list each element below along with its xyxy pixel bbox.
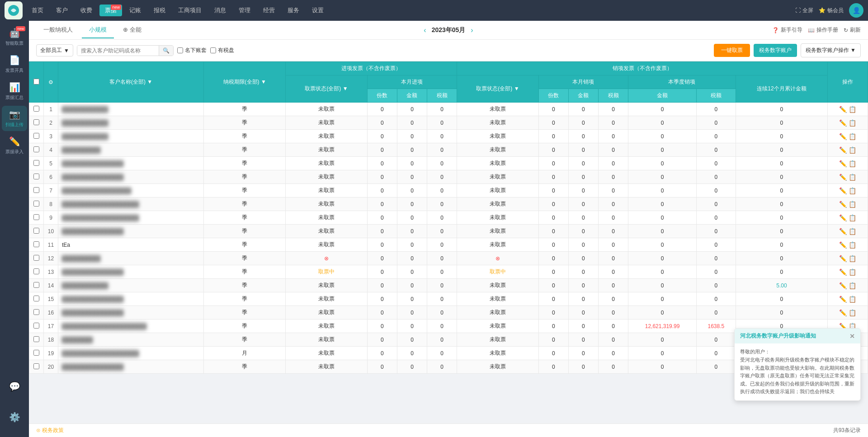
copy-icon[interactable]: 📋 [849, 133, 856, 140]
nav-client[interactable]: 客户 [51, 5, 73, 16]
row-checkbox[interactable] [29, 170, 44, 184]
sidebar-item-scan-upload[interactable]: 📷 扫描上传 [2, 106, 27, 131]
edit-icon[interactable]: ✏️ [839, 296, 847, 303]
member-button[interactable]: ⭐ 畅会员 [819, 7, 844, 14]
copy-icon[interactable]: 📋 [849, 309, 856, 316]
nav-bookkeeping[interactable]: 记账 [124, 5, 146, 16]
nav-operation[interactable]: 经营 [258, 5, 280, 16]
row-checkbox[interactable] [29, 184, 44, 197]
tax-digital-account-op-button[interactable]: 税务数字账户操作 ▼ [801, 43, 861, 57]
new-guide-button[interactable]: ❓ 新手引导 [772, 26, 802, 34]
date-next-button[interactable]: › [471, 26, 473, 34]
under-account-checkbox[interactable]: 名下账套 [177, 47, 207, 54]
edit-icon[interactable]: ✏️ [839, 106, 847, 113]
tab-small-scale[interactable]: 小规模 [82, 22, 114, 38]
nav-business[interactable]: 工商项目 [173, 5, 207, 16]
edit-icon[interactable]: ✏️ [839, 119, 847, 127]
sidebar-item-smart-ticket[interactable]: 🤖 智能取票 new [2, 24, 27, 50]
row-num: 7 [44, 184, 58, 197]
quarter-tax-cell: 0 [697, 306, 736, 320]
date-prev-button[interactable]: ‹ [424, 26, 426, 34]
copy-icon[interactable]: 📋 [849, 228, 856, 235]
copy-icon[interactable]: 📋 [849, 241, 856, 249]
edit-icon[interactable]: ✏️ [839, 268, 847, 276]
row-checkbox[interactable] [29, 103, 44, 116]
edit-icon[interactable]: ✏️ [839, 201, 847, 208]
edit-icon[interactable]: ✏️ [839, 282, 847, 289]
sidebar-item-message[interactable]: 💬 [2, 374, 27, 399]
fullscreen-button[interactable]: ⛶ 全屏 [795, 7, 813, 14]
copy-icon[interactable]: 📋 [849, 106, 856, 113]
edit-icon[interactable]: ✏️ [839, 174, 847, 181]
copy-icon[interactable]: 📋 [849, 119, 856, 127]
row-num: 2 [44, 116, 58, 130]
row-checkbox[interactable] [29, 225, 44, 238]
row-checkbox[interactable] [29, 197, 44, 211]
row-checkbox[interactable] [29, 306, 44, 320]
copy-icon[interactable]: 📋 [849, 187, 856, 194]
copy-icon[interactable]: 📋 [849, 160, 856, 167]
user-avatar[interactable]: 👤 [849, 3, 863, 18]
copy-icon[interactable]: 📋 [849, 296, 856, 303]
copy-icon[interactable]: 📋 [849, 255, 856, 262]
row-checkbox[interactable] [29, 211, 44, 225]
in-tax-cell: 0 [427, 143, 457, 157]
nav-tax[interactable]: 报税 [148, 5, 171, 16]
notification-close-button[interactable]: ✕ [849, 333, 855, 340]
refresh-button[interactable]: ↻ 刷新 [844, 26, 861, 34]
row-checkbox[interactable] [29, 143, 44, 157]
one-key-ticket-button[interactable]: 一键取票 [714, 44, 750, 57]
edit-icon[interactable]: ✏️ [839, 309, 847, 316]
tab-general-taxpayer[interactable]: 一般纳税人 [36, 22, 80, 38]
has-tax-disk-checkbox[interactable]: 有税盘 [210, 47, 234, 54]
search-button[interactable]: 🔍 [159, 46, 173, 56]
tax-digital-account-button[interactable]: 税务数字账户 [754, 44, 797, 57]
row-checkbox[interactable] [29, 116, 44, 130]
row-checkbox[interactable] [29, 292, 44, 306]
client-name-cell: ████████████████ [58, 292, 204, 306]
nav-home[interactable]: 首页 [26, 5, 49, 16]
manual-button[interactable]: 📖 操作手册 [808, 26, 838, 34]
tax-policy-link[interactable]: ⊙ 税务政策 [36, 427, 64, 434]
nav-ticket[interactable]: 票据 new [99, 5, 122, 16]
copy-icon[interactable]: 📋 [849, 146, 856, 154]
row-checkbox[interactable] [29, 360, 44, 374]
select-all-checkbox[interactable] [33, 79, 39, 85]
copy-icon[interactable]: 📋 [849, 282, 856, 289]
edit-icon[interactable]: ✏️ [839, 146, 847, 154]
edit-icon[interactable]: ✏️ [839, 228, 847, 235]
row-checkbox[interactable] [29, 130, 44, 143]
row-checkbox[interactable] [29, 347, 44, 360]
nav-settings[interactable]: 设置 [307, 5, 329, 16]
sidebar-item-invoice-open[interactable]: 📄 发票开具 [2, 52, 27, 77]
edit-icon[interactable]: ✏️ [839, 214, 847, 221]
row-checkbox[interactable] [29, 238, 44, 252]
copy-icon[interactable]: 📋 [849, 268, 856, 276]
employee-select[interactable]: 全部员工 ▼ [36, 44, 73, 56]
sidebar-item-ticket-summary[interactable]: 📊 票据汇总 [2, 79, 27, 104]
nav-service[interactable]: 服务 [282, 5, 305, 16]
copy-icon[interactable]: 📋 [849, 214, 856, 221]
copy-icon[interactable]: 📋 [849, 174, 856, 181]
edit-icon[interactable]: ✏️ [839, 187, 847, 194]
sidebar-item-config[interactable]: ⚙️ [2, 404, 27, 430]
out-status-cell: ⊗ [457, 252, 539, 265]
row-checkbox[interactable] [29, 157, 44, 170]
row-checkbox[interactable] [29, 265, 44, 279]
edit-icon[interactable]: ✏️ [839, 160, 847, 167]
edit-icon[interactable]: ✏️ [839, 255, 847, 262]
tab-omnipotent[interactable]: ⊕ 全能 [116, 22, 149, 38]
customer-search-input[interactable] [77, 46, 159, 56]
row-checkbox[interactable] [29, 279, 44, 292]
edit-icon[interactable]: ✏️ [839, 241, 847, 249]
nav-message[interactable]: 消息 [209, 5, 231, 16]
copy-icon[interactable]: 📋 [849, 201, 856, 208]
nav-manage[interactable]: 管理 [233, 5, 256, 16]
row-checkbox[interactable] [29, 320, 44, 333]
row-checkbox[interactable] [29, 333, 44, 347]
nav-fee[interactable]: 收费 [75, 5, 98, 16]
row-checkbox[interactable] [29, 252, 44, 265]
edit-icon[interactable]: ✏️ [839, 133, 847, 140]
quarter-amount-cell: 0 [628, 279, 697, 292]
sidebar-item-ticket-entry[interactable]: ✏️ 票据录入 [2, 133, 27, 158]
